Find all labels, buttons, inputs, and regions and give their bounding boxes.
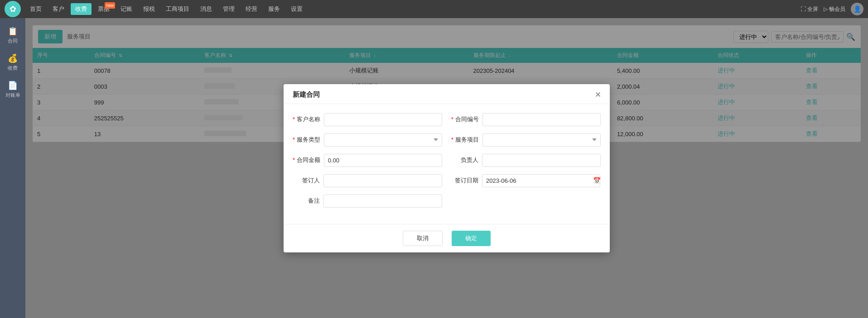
person-label: 负责人 (451, 156, 478, 164)
form-group-amount: 合同金额 (293, 154, 442, 167)
modal-footer: 取消 确定 (284, 224, 610, 252)
sign-date-input[interactable] (482, 174, 600, 187)
nav-business[interactable]: 工商项目 (161, 3, 194, 15)
form-row-1: 客户名称 合同编号 (293, 113, 601, 126)
sidebar-label-statement: 对账单 (5, 92, 20, 99)
member-button[interactable]: ▷ 畅会员 (824, 5, 845, 13)
customer-name-label: 客户名称 (293, 115, 320, 123)
logo-icon[interactable]: ✿ (5, 1, 21, 17)
fullscreen-button[interactable]: ⛶ 全屏 (800, 5, 818, 13)
form-group-sign-date: 签订日期 📅 (451, 174, 601, 187)
right-icons: ⛶ 全屏 ▷ 畅会员 👤 (800, 3, 863, 15)
signer-label: 签订人 (293, 176, 320, 185)
form-row-3: 合同金额 负责人 (293, 154, 601, 167)
nav-home[interactable]: 首页 (25, 3, 46, 15)
form-group-service-type: 服务类型 (293, 133, 442, 147)
form-row-2: 服务类型 服务项目 (293, 133, 601, 147)
play-icon: ▷ (824, 6, 828, 12)
service-type-label: 服务类型 (293, 136, 320, 144)
modal-body: 客户名称 合同编号 服务类型 (284, 104, 610, 224)
top-nav: ✿ 首页 客户 收费 票据 new 记账 报税 工商项目 消息 管理 经营 服务… (0, 0, 868, 18)
sidebar-item-contract[interactable]: 📋 合同 (0, 23, 25, 48)
service-item-label: 服务项目 (451, 136, 479, 144)
modal-close-button[interactable]: ✕ (595, 90, 601, 99)
person-input[interactable] (482, 154, 601, 167)
modal-header: 新建合同 ✕ (284, 84, 610, 104)
nav-manage[interactable]: 管理 (218, 3, 239, 15)
nav-customer[interactable]: 客户 (48, 3, 69, 15)
nav-invoice[interactable]: 票据 new (93, 3, 114, 15)
avatar[interactable]: 👤 (851, 3, 863, 15)
note-label: 备注 (293, 197, 320, 205)
nav-settings[interactable]: 设置 (286, 3, 307, 15)
nav-service[interactable]: 服务 (264, 3, 285, 15)
new-contract-modal: 新建合同 ✕ 客户名称 合同编号 (284, 84, 610, 252)
service-item-select[interactable] (482, 133, 601, 147)
cancel-button[interactable]: 取消 (403, 231, 443, 246)
new-badge: new (105, 2, 115, 9)
modal-overlay[interactable]: 新建合同 ✕ 客户名称 合同编号 (25, 18, 868, 318)
content-area: 新增 服务项目 进行中 已完成 已终止 🔍 序号 合同编 (25, 18, 868, 318)
contract-no-input[interactable] (482, 113, 601, 126)
form-group-signer: 签订人 (293, 174, 442, 187)
nav-accounting[interactable]: 记账 (116, 3, 137, 15)
customer-name-input[interactable] (324, 113, 442, 126)
nav-tax[interactable]: 报税 (139, 3, 159, 15)
confirm-button[interactable]: 确定 (452, 231, 491, 246)
nav-fees[interactable]: 收费 (71, 3, 92, 15)
sidebar-item-statement[interactable]: 📄 对账单 (0, 77, 25, 102)
amount-input[interactable] (324, 154, 442, 167)
nav-message[interactable]: 消息 (196, 3, 217, 15)
fullscreen-icon: ⛶ (800, 6, 806, 12)
service-type-select[interactable] (324, 133, 442, 147)
nav-operation[interactable]: 经营 (241, 3, 262, 15)
sidebar-label-contract: 合同 (8, 38, 18, 44)
contract-no-label: 合同编号 (451, 115, 479, 123)
form-group-service-item: 服务项目 (451, 133, 601, 147)
sidebar: 📋 合同 💰 收费 📄 对账单 (0, 18, 25, 318)
form-group-customer: 客户名称 (293, 113, 442, 126)
note-input[interactable] (323, 195, 442, 208)
modal-title: 新建合同 (293, 90, 320, 99)
sidebar-label-fees: 收费 (8, 65, 18, 71)
sidebar-item-fees[interactable]: 💰 收费 (0, 50, 25, 75)
amount-label: 合同金额 (293, 156, 320, 164)
signer-input[interactable] (323, 174, 442, 187)
form-group-note: 备注 (293, 195, 442, 208)
fees-icon: 💰 (8, 53, 18, 63)
form-group-contract-no: 合同编号 (451, 113, 601, 126)
form-row-4: 签订人 签订日期 📅 (293, 174, 601, 187)
sign-date-label: 签订日期 (451, 176, 478, 185)
form-group-person: 负责人 (451, 154, 601, 167)
main-layout: 📋 合同 💰 收费 📄 对账单 新增 服务项目 进行中 已完成 已终止 (0, 18, 868, 318)
statement-icon: 📄 (8, 81, 18, 90)
calendar-icon[interactable]: 📅 (593, 177, 601, 184)
nav-items: 首页 客户 收费 票据 new 记账 报税 工商项目 消息 管理 经营 服务 设… (25, 3, 800, 15)
form-row-5: 备注 (293, 195, 601, 208)
contract-icon: 📋 (8, 26, 18, 36)
